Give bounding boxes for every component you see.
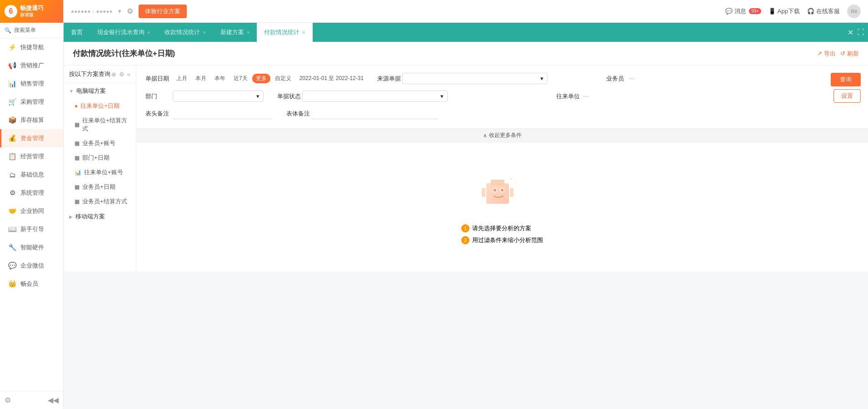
body-note-input[interactable] <box>311 108 439 119</box>
date-btn-7days[interactable]: 近7天 <box>230 73 251 84</box>
scheme-group-mobile-header[interactable]: ▶ 移动端方案 <box>64 209 136 224</box>
scheme-item-5-label: 业务员+日期 <box>82 183 115 191</box>
filter-fields: 单据日期 上月 本月 本年 近7天 更多 自定义 2022-01-01 至 20… <box>136 66 831 126</box>
scheme-group-desktop-header[interactable]: ▼ 电脑端方案 <box>64 83 136 99</box>
collapse-sidebar-icon[interactable]: ◀◀ <box>48 396 59 404</box>
marketing-icon: 📢 <box>8 61 17 70</box>
body-note-label: 表体备注 <box>286 110 311 118</box>
sidebar-item-enterprise[interactable]: 🤝 企业协同 <box>0 202 63 220</box>
sidebar-item-hardware[interactable]: 🔧 智能硬件 <box>0 238 63 257</box>
date-filter: 上月 本月 本年 近7天 更多 自定义 2022-01-01 至 2022-12… <box>173 73 364 84</box>
collapse-scheme-icon[interactable]: « <box>127 71 130 78</box>
date-btn-this-month[interactable]: 本月 <box>192 73 210 84</box>
tab-home-label: 首页 <box>71 28 83 36</box>
sidebar-item-label: 基础信息 <box>20 171 44 179</box>
settings-btn[interactable]: 设置 <box>833 89 861 103</box>
status-select[interactable]: ▾ <box>302 91 448 102</box>
refresh-btn[interactable]: ↺ 刷新 <box>840 50 859 58</box>
agent-group: 业务员 ··· <box>606 75 822 83</box>
scheme-header-actions: ⊕ ⚙ « <box>111 71 130 78</box>
filter-results: 单据日期 上月 本月 本年 近7天 更多 自定义 2022-01-01 至 20… <box>136 66 868 272</box>
sidebar-item-marketing[interactable]: 📢 营销推广 <box>0 56 63 75</box>
settings-scheme-icon[interactable]: ⚙ <box>119 71 125 78</box>
tab-bank[interactable]: 现金银行流水查询 × <box>90 23 157 42</box>
messages-label: 消息 <box>734 7 746 15</box>
export-btn[interactable]: ↗ 导出 <box>817 50 836 58</box>
tab-receipt-close-icon[interactable]: × <box>203 30 205 35</box>
scheme-item-6[interactable]: ▦ 业务员+结算方式 <box>64 194 136 209</box>
hint-1: 1 请先选择要分析的方案 <box>461 224 543 232</box>
sidebar-item-basic[interactable]: 🗂 基础信息 <box>0 166 63 184</box>
tab-payment[interactable]: 付款情况统计 × <box>257 23 312 42</box>
tab-home[interactable]: 首页 <box>64 23 90 42</box>
messages-btn[interactable]: 💬 消息 99+ <box>725 7 761 15</box>
agent-dots-icon[interactable]: ··· <box>627 75 636 83</box>
sidebar-item-label: 智能硬件 <box>20 243 44 252</box>
tab-payment-close-icon[interactable]: × <box>302 30 305 35</box>
date-btn-more[interactable]: 更多 <box>252 74 270 83</box>
empty-hints: 1 请先选择要分析的方案 2 用过滤条件来缩小分析范围 <box>461 224 543 244</box>
sidebar-item-operation[interactable]: 📋 经营管理 <box>0 147 63 166</box>
source-group: 来源单据 ▾ <box>377 73 593 84</box>
settings-bottom-icon[interactable]: ⚙ <box>5 396 11 404</box>
sidebar-item-member[interactable]: 👑 畅会员 <box>0 275 63 293</box>
scheme-item-0-icon: ● <box>75 103 78 109</box>
app-download-btn[interactable]: 📱 App下载 <box>768 7 800 15</box>
svg-point-4 <box>494 189 496 192</box>
empty-illustration <box>475 170 529 215</box>
maximize-icon[interactable]: ⛶ <box>857 28 864 36</box>
source-select[interactable]: ▾ <box>402 73 548 84</box>
system-icon: ⚙ <box>8 188 17 197</box>
svg-rect-0 <box>486 183 509 204</box>
hint-1-num: 1 <box>461 224 469 232</box>
close-all-tabs-icon[interactable]: ✕ <box>848 28 853 37</box>
online-service-btn[interactable]: 🎧 在线客服 <box>807 7 840 15</box>
user-avatar[interactable]: Rit <box>847 5 861 18</box>
trial-btn[interactable]: 体验行业方案 <box>139 5 187 18</box>
date-btn-custom[interactable]: 自定义 <box>271 73 295 84</box>
scheme-item-0[interactable]: ● 往来单位+日期 <box>64 99 136 113</box>
export-label: 导出 <box>824 50 836 58</box>
date-btn-this-year[interactable]: 本年 <box>211 73 229 84</box>
date-btn-last-month[interactable]: 上月 <box>173 73 191 84</box>
search-menu[interactable]: 🔍 搜索菜单 <box>0 23 63 38</box>
sidebar-item-weixin[interactable]: 💬 企业微信 <box>0 257 63 275</box>
header-note-input[interactable] <box>173 108 273 119</box>
sidebar-item-system[interactable]: ⚙ 系统管理 <box>0 184 63 202</box>
tab-new-scheme-close-icon[interactable]: × <box>247 30 249 35</box>
sidebar-item-sales[interactable]: 📊 销售管理 <box>0 75 63 93</box>
page-actions: ↗ 导出 ↺ 刷新 <box>817 50 859 58</box>
tab-new-scheme[interactable]: 新建方案 × <box>213 23 257 42</box>
sidebar-logo: 6 畅捷通巧 标准版 <box>0 0 63 23</box>
topbar-settings-icon[interactable]: ⚙ <box>127 7 133 15</box>
scheme-item-2-icon: ▦ <box>75 140 80 146</box>
sidebar-item-capital[interactable]: 💰 资金管理 <box>0 129 63 147</box>
guide-icon: 📖 <box>8 225 17 234</box>
tab-receipt-label: 收款情况统计 <box>165 28 200 36</box>
scheme-item-5[interactable]: ▦ 业务员+日期 <box>64 180 136 194</box>
dropdown-chevron-icon[interactable]: ▾ <box>118 8 121 15</box>
sidebar-item-guide[interactable]: 📖 新手引导 <box>0 220 63 238</box>
scheme-item-1[interactable]: ▦ 往来单位+结算方式 <box>64 113 136 136</box>
dept-select[interactable]: ▾ <box>173 91 264 102</box>
sidebar-item-label: 新手引导 <box>20 225 44 233</box>
query-btn[interactable]: 查询 <box>831 73 861 86</box>
partner-dots-icon[interactable]: ··· <box>581 92 591 101</box>
svg-point-5 <box>501 189 504 192</box>
refresh-icon: ↺ <box>840 50 845 57</box>
date-range-value: 2022-01-01 至 2022-12-31 <box>299 75 364 82</box>
tab-receipt[interactable]: 收款情况统计 × <box>157 23 213 42</box>
tab-bank-close-icon[interactable]: × <box>147 30 150 35</box>
collapse-conditions-btn[interactable]: ∧ 收起更多条件 <box>136 128 868 142</box>
scheme-group-mobile: ▶ 移动端方案 <box>64 209 136 224</box>
sidebar-item-inventory[interactable]: 📦 库存核算 <box>0 111 63 129</box>
mobile-arrow-icon: ▶ <box>69 214 73 219</box>
add-scheme-icon[interactable]: ⊕ <box>111 71 116 78</box>
sidebar-item-purchase[interactable]: 🛒 采购管理 <box>0 93 63 111</box>
sidebar-item-label: 快捷导航 <box>20 43 44 51</box>
scheme-item-4[interactable]: 📊 往来单位+账号 <box>64 165 136 180</box>
status-group: 单据状态 ▾ <box>277 91 543 102</box>
scheme-item-3[interactable]: ▦ 部门+日期 <box>64 151 136 165</box>
scheme-item-2[interactable]: ▦ 业务员+账号 <box>64 136 136 151</box>
sidebar-item-quick-nav[interactable]: ⚡ 快捷导航 <box>0 38 63 56</box>
